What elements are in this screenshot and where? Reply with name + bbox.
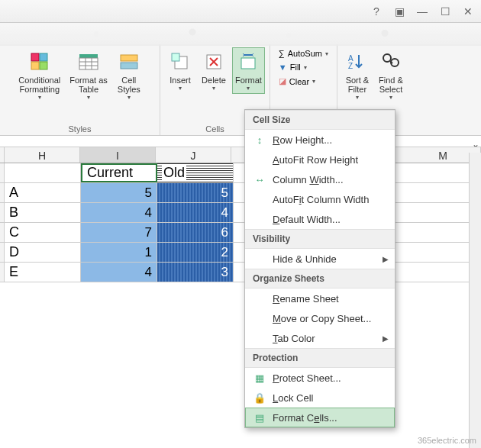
cell[interactable]: A (5, 183, 81, 202)
svg-rect-2 (31, 62, 39, 69)
menu-section-organize: Organize Sheets (245, 269, 395, 288)
close-icon[interactable]: ✕ (461, 5, 475, 18)
menu-rename-sheet[interactable]: Rename Sheet (245, 288, 395, 308)
menu-hide-unhide[interactable]: Hide & Unhide▶ (245, 249, 395, 269)
insert-icon (168, 50, 192, 74)
maximize-icon[interactable]: ☐ (438, 5, 452, 18)
svg-rect-5 (79, 58, 98, 69)
svg-rect-3 (40, 62, 47, 69)
cell[interactable]: 4 (81, 203, 157, 222)
eraser-icon: ◪ (279, 76, 286, 86)
clear-button[interactable]: ◪Clear ▾ (275, 75, 332, 88)
svg-point-20 (383, 54, 391, 62)
sort-filter-button[interactable]: AZ Sort & Filter▾ (342, 47, 373, 103)
vertical-scrollbar[interactable] (469, 153, 481, 448)
minimize-icon[interactable]: — (415, 5, 429, 18)
menu-column-width[interactable]: ↔Column Width... (245, 169, 395, 189)
column-header[interactable]: J (156, 147, 231, 163)
cell[interactable]: 3 (157, 263, 234, 282)
spreadsheet: H I J M Current Old A55 B44 C76 D12 E43 (0, 147, 481, 282)
find-select-button[interactable]: Find & Select▾ (376, 47, 406, 103)
format-cells-icon: ▤ (253, 411, 266, 424)
autosum-button[interactable]: ∑AutoSum ▾ (275, 47, 332, 60)
submenu-arrow-icon: ▶ (383, 255, 389, 263)
svg-rect-13 (172, 53, 179, 61)
svg-rect-11 (121, 63, 137, 69)
delete-icon (202, 50, 226, 74)
cell[interactable]: 5 (81, 183, 157, 202)
group-label-cells: Cells (205, 124, 224, 134)
cell[interactable]: 2 (157, 243, 234, 262)
lock-icon: 🔒 (253, 392, 266, 404)
titlebar: ? ▣ — ☐ ✕ (0, 0, 481, 23)
cell[interactable]: E (5, 263, 81, 282)
menu-format-cells[interactable]: ▤Format Cells... (245, 408, 395, 427)
svg-rect-0 (31, 53, 39, 61)
sort-filter-icon: AZ (345, 50, 370, 74)
cell[interactable]: 4 (157, 203, 234, 222)
fill-button[interactable]: ▼Fill ▾ (275, 61, 332, 73)
menu-autofit-row[interactable]: AutoFit Row Height (245, 150, 395, 169)
format-icon (236, 50, 260, 74)
cell-header-old[interactable]: Old (157, 163, 234, 182)
group-label-styles: Styles (69, 124, 92, 134)
cell-styles-icon (117, 50, 141, 74)
format-as-table-icon (76, 50, 101, 74)
conditional-formatting-button[interactable]: Conditional Formatting▾ (15, 47, 63, 103)
fill-icon: ▼ (279, 63, 287, 72)
cell[interactable]: C (5, 223, 81, 242)
menu-autofit-col[interactable]: AutoFit Column Width (245, 189, 395, 209)
sigma-icon: ∑ (279, 49, 285, 58)
cell[interactable]: 5 (157, 183, 234, 202)
column-header[interactable]: I (80, 147, 156, 163)
ribbon-display-icon[interactable]: ▣ (392, 5, 406, 18)
svg-rect-1 (40, 53, 47, 61)
cell-styles-button[interactable]: Cell Styles▾ (114, 47, 144, 103)
menu-section-visibility: Visibility (245, 229, 395, 249)
cell[interactable]: 6 (157, 223, 234, 242)
menu-default-width[interactable]: Default Width... (245, 209, 395, 229)
column-width-icon: ↔ (253, 173, 266, 185)
menu-section-cell-size: Cell Size (245, 110, 395, 130)
menu-section-protection: Protection (245, 348, 395, 368)
format-button[interactable]: Format▾ (232, 47, 265, 94)
help-icon[interactable]: ? (370, 5, 383, 18)
conditional-formatting-icon (27, 50, 52, 74)
insert-button[interactable]: Insert▾ (165, 47, 195, 94)
format-as-table-button[interactable]: Format as Table▾ (66, 47, 111, 103)
row-height-icon: ↕ (253, 134, 266, 146)
svg-rect-17 (241, 58, 255, 69)
cell-header-current[interactable]: Current (81, 163, 157, 182)
format-dropdown-menu: Cell Size ↕Row Row Height...Height... Au… (244, 109, 395, 428)
svg-text:Z: Z (348, 62, 353, 70)
svg-rect-4 (79, 54, 98, 58)
find-icon (379, 50, 403, 74)
protect-icon: ▦ (253, 372, 266, 384)
menu-row-height[interactable]: ↕Row Row Height...Height... (245, 130, 395, 150)
cell[interactable]: 4 (81, 263, 157, 282)
submenu-arrow-icon: ▶ (383, 334, 389, 343)
ribbon: Conditional Formatting▾ Format as Table▾… (0, 44, 481, 136)
cell[interactable] (5, 163, 81, 182)
menu-tab-color[interactable]: Tab Color▶ (245, 328, 395, 348)
cell[interactable]: B (5, 203, 81, 222)
watermark: 365electric.com (418, 436, 476, 445)
column-header[interactable]: H (5, 147, 80, 163)
column-headers: H I J M (0, 147, 481, 163)
svg-rect-10 (121, 55, 137, 61)
delete-button[interactable]: Delete▾ (199, 47, 229, 94)
cell[interactable]: 7 (81, 223, 157, 242)
menu-lock-cell[interactable]: 🔒Lock Cell (245, 388, 395, 408)
menu-move-copy[interactable]: Move or Copy Sheet... (245, 308, 395, 328)
cell[interactable]: 1 (81, 243, 157, 262)
menu-protect-sheet[interactable]: ▦Protect Sheet... (245, 368, 395, 388)
cell[interactable]: D (5, 243, 81, 262)
